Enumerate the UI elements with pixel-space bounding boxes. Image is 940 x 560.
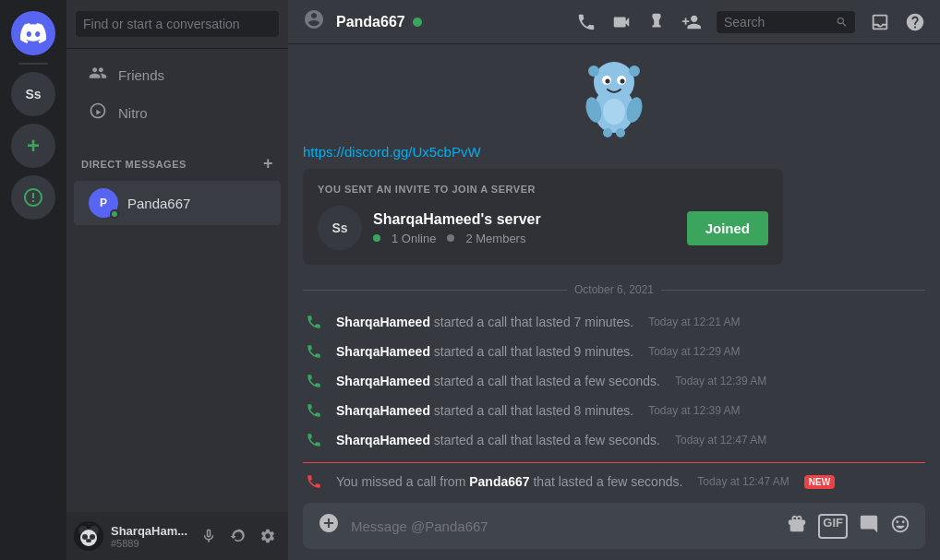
message-input[interactable]: [351, 518, 776, 534]
chat-header-actions: [576, 11, 925, 33]
call-timestamp: Today at 12:21 AM: [648, 316, 740, 328]
dm-nav: Friends Nitro: [66, 49, 288, 139]
add-server-button[interactable]: +: [11, 124, 55, 168]
svg-point-5: [90, 534, 95, 540]
online-count: 1 Online: [392, 232, 436, 245]
deafen-button[interactable]: [225, 523, 251, 549]
call-icon: [303, 399, 325, 422]
join-server-button[interactable]: Joined: [687, 211, 768, 245]
member-count: 2 Members: [465, 232, 525, 245]
svg-point-4: [82, 534, 88, 540]
invite-card-label: YOU SENT AN INVITE TO JOIN A SERVER: [318, 184, 768, 195]
call-icon: [303, 340, 325, 363]
svg-point-6: [86, 539, 91, 542]
user-bar: SharqaHam... #5889: [66, 512, 288, 560]
sidebar-item-friends[interactable]: Friends: [74, 56, 281, 94]
date-divider: October 6, 2021: [303, 283, 925, 296]
inbox-icon[interactable]: [870, 12, 890, 32]
call-text: SharqaHameed started a call that lasted …: [336, 344, 633, 359]
online-dot: [373, 234, 380, 242]
sticker-icon[interactable]: [859, 514, 879, 539]
add-friend-icon[interactable]: [681, 12, 702, 32]
invite-server-avatar: Ss: [318, 206, 362, 250]
nitro-label: Nitro: [118, 105, 148, 121]
date-label: October 6, 2021: [574, 283, 654, 296]
discord-home-icon[interactable]: [11, 11, 55, 55]
svg-point-8: [594, 62, 634, 102]
call-timestamp: Today at 12:39 AM: [675, 375, 766, 387]
user-bar-info: SharqaHam... #5889: [111, 524, 188, 549]
call-text: SharqaHameed started a call that lasted …: [336, 374, 660, 388]
friends-label: Friends: [118, 67, 164, 83]
nitro-icon: [89, 101, 107, 125]
settings-button[interactable]: [255, 523, 281, 549]
chat-messages: https://discord.gg/Ux5cbPvW YOU SENT AN …: [288, 44, 940, 492]
server-bar: Ss +: [0, 0, 66, 560]
dm-sidebar: Friends Nitro DIRECT MESSAGES + P Panda6…: [66, 0, 288, 560]
call-text: SharqaHameed started a call that lasted …: [336, 315, 633, 329]
missed-call-log: You missed a call from Panda667 that las…: [303, 462, 925, 492]
svg-point-11: [606, 79, 610, 84]
call-icon: [303, 370, 325, 392]
panda667-status: [110, 209, 119, 219]
user-bar-tag: #5889: [111, 538, 188, 549]
call-log-item: SharqaHameed started a call that lasted …: [303, 425, 925, 455]
user-bar-name: SharqaHam...: [111, 524, 188, 538]
call-icon: [303, 429, 325, 451]
chat-recipient-name: Panda667: [336, 14, 422, 30]
chat-header: Panda667: [288, 0, 940, 44]
online-status-indicator: [413, 18, 422, 27]
invite-server-name: SharqaHameed's server: [373, 211, 676, 228]
members-dot: [447, 234, 454, 242]
call-timestamp: Today at 12:47 AM: [675, 434, 766, 447]
pin-icon[interactable]: [646, 12, 667, 32]
server-icon-ss[interactable]: Ss: [11, 72, 55, 116]
explore-button[interactable]: [11, 175, 55, 220]
call-icon: [303, 311, 325, 333]
svg-point-13: [588, 66, 599, 77]
invite-card: YOU SENT AN INVITE TO JOIN A SERVER Ss S…: [303, 169, 783, 265]
mute-button[interactable]: [196, 523, 222, 549]
invite-server-meta: 1 Online 2 Members: [373, 232, 676, 245]
panda667-character-avatar: [568, 59, 660, 133]
call-log-item: SharqaHameed started a call that lasted …: [303, 337, 925, 366]
call-log-item: SharqaHameed started a call that lasted …: [303, 396, 925, 425]
svg-point-12: [621, 79, 625, 84]
dm-search-bar[interactable]: [66, 0, 288, 49]
emoji-icon[interactable]: [890, 514, 910, 539]
bot-avatar-area: [303, 59, 925, 133]
input-icons: GIF: [787, 514, 910, 539]
dm-search-input[interactable]: [76, 11, 279, 37]
add-file-button[interactable]: [318, 512, 340, 540]
sidebar-item-nitro[interactable]: Nitro: [74, 94, 281, 132]
call-timestamp: Today at 12:39 AM: [648, 404, 740, 417]
call-timestamp: Today at 12:47 AM: [697, 475, 789, 488]
call-text: SharqaHameed started a call that lasted …: [336, 433, 660, 447]
discord-invite-link[interactable]: https://discord.gg/Ux5cbPvW: [303, 144, 925, 160]
call-icon[interactable]: [576, 12, 597, 32]
svg-point-14: [629, 66, 640, 77]
svg-rect-19: [616, 128, 625, 137]
call-text: SharqaHameed started a call that lasted …: [336, 403, 633, 418]
gift-icon[interactable]: [787, 514, 807, 539]
gif-icon[interactable]: GIF: [818, 514, 848, 539]
dm-section-header: DIRECT MESSAGES +: [66, 139, 288, 181]
svg-rect-18: [603, 128, 612, 137]
new-badge: NEW: [804, 475, 835, 489]
add-dm-button[interactable]: +: [263, 154, 273, 173]
video-icon[interactable]: [611, 12, 632, 32]
direct-messages-label: DIRECT MESSAGES: [81, 159, 187, 170]
panda667-avatar: P: [89, 188, 118, 218]
chat-input-box: GIF: [303, 503, 925, 549]
caller-name: SharqaHameed: [336, 315, 430, 329]
caller-name: SharqaHameed: [336, 344, 430, 359]
caller-name: SharqaHameed: [336, 433, 430, 447]
svg-point-17: [603, 99, 625, 125]
dm-icon: [303, 8, 325, 35]
help-icon[interactable]: [905, 12, 925, 32]
search-box[interactable]: [717, 11, 855, 33]
search-input[interactable]: [724, 15, 828, 30]
chat-area: Panda667: [288, 0, 940, 560]
dm-user-panda667[interactable]: P Panda667: [74, 181, 281, 225]
missed-call-icon: [303, 471, 325, 492]
